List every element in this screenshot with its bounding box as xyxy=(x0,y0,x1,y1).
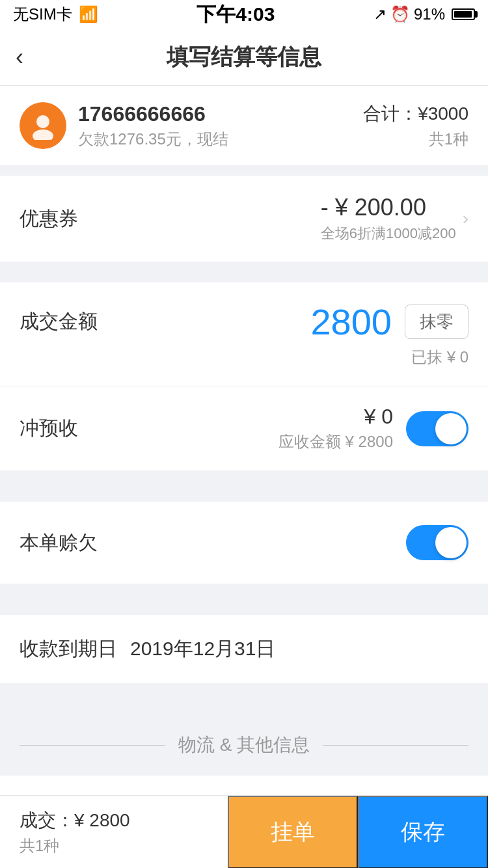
save-button[interactable]: 保存 xyxy=(358,796,488,869)
svg-point-0 xyxy=(36,115,49,128)
section-divider-2 xyxy=(0,481,488,491)
customer-info-card: 17666666666 欠款1276.35元，现结 合计：¥3000 共1种 xyxy=(0,86,488,165)
coupon-row[interactable]: 优惠券 - ¥ 200.00 全场6折满1000减200 › xyxy=(0,176,488,262)
amount-sub: 已抹 ¥ 0 xyxy=(20,347,468,368)
location-icon: ↗ xyxy=(373,5,386,23)
advance-value: ¥ 0 xyxy=(278,405,393,429)
pending-button[interactable]: 挂单 xyxy=(228,796,358,869)
logistics-line-right xyxy=(323,745,468,746)
section-divider-1 xyxy=(0,272,488,282)
status-bar: 无SIM卡 📶 下午4:03 ↗ ⏰ 91% xyxy=(0,0,488,29)
page-title: 填写结算等信息 xyxy=(167,42,321,72)
advance-label: 冲预收 xyxy=(20,415,78,442)
logistics-header: 物流 & 其他信息 xyxy=(0,714,488,776)
bottom-bar: 成交：¥ 2800 共1种 挂单 保存 xyxy=(0,795,488,868)
logistics-text: 物流 & 其他信息 xyxy=(178,733,310,757)
advance-amount: ¥ 0 应收金额 ¥ 2800 xyxy=(278,405,393,452)
nav-bar: ‹ 填写结算等信息 xyxy=(0,29,488,86)
alarm-icon: ⏰ xyxy=(390,5,410,23)
duedate-label: 收款到期日 xyxy=(20,636,117,662)
amount-label: 成交金额 xyxy=(20,308,98,335)
total-count: 共1种 xyxy=(363,129,468,150)
customer-phone: 17666666666 xyxy=(78,102,228,126)
coupon-label: 优惠券 xyxy=(20,206,78,232)
battery-percent: 91% xyxy=(414,5,445,23)
bottom-deal: 成交：¥ 2800 xyxy=(20,808,208,833)
debt-row: 本单赊欠 xyxy=(0,502,488,584)
content: 17666666666 欠款1276.35元，现结 合计：¥3000 共1种 优… xyxy=(0,86,488,868)
avatar-icon xyxy=(29,111,57,140)
coupon-amount: - ¥ 200.00 xyxy=(321,194,456,221)
coupon-info: - ¥ 200.00 全场6折满1000减200 xyxy=(321,194,456,243)
amount-right: 2800 抹零 xyxy=(310,301,468,343)
duedate-value: 2019年12月31日 xyxy=(130,636,275,662)
bottom-deal-label: 成交： xyxy=(20,810,74,830)
avatar xyxy=(20,102,66,149)
back-button[interactable]: ‹ xyxy=(16,44,23,71)
advance-right: ¥ 0 应收金额 ¥ 2800 xyxy=(278,405,468,452)
section-divider-4 xyxy=(0,694,488,704)
bottom-deal-amount: ¥ 2800 xyxy=(74,810,130,830)
advance-row: 冲预收 ¥ 0 应收金额 ¥ 2800 xyxy=(0,387,488,470)
amount-row: 成交金额 2800 抹零 xyxy=(20,301,468,343)
wifi-icon: 📶 xyxy=(79,5,98,23)
round-button[interactable]: 抹零 xyxy=(405,305,468,339)
logistics-line-left xyxy=(20,745,165,746)
debt-label: 本单赊欠 xyxy=(20,530,98,556)
bottom-count: 共1种 xyxy=(20,835,208,856)
advance-toggle[interactable] xyxy=(406,411,468,446)
customer-details: 17666666666 欠款1276.35元，现结 xyxy=(78,102,228,150)
total-amount: 合计：¥3000 xyxy=(363,102,468,126)
battery-icon xyxy=(452,8,475,20)
carrier-text: 无SIM卡 xyxy=(13,4,72,25)
section-divider-3 xyxy=(0,594,488,604)
debt-toggle[interactable] xyxy=(406,525,468,560)
advance-sub: 应收金额 ¥ 2800 xyxy=(278,431,393,452)
svg-point-1 xyxy=(33,129,53,140)
toggle-knob xyxy=(435,413,467,444)
amount-section: 成交金额 2800 抹零 已抹 ¥ 0 xyxy=(0,282,488,386)
chevron-right-icon: › xyxy=(463,208,468,229)
customer-total: 合计：¥3000 共1种 xyxy=(363,102,468,150)
status-right: ↗ ⏰ 91% xyxy=(373,5,475,23)
debt-toggle-knob xyxy=(435,527,467,558)
coupon-desc: 全场6折满1000减200 xyxy=(321,224,456,243)
customer-left: 17666666666 欠款1276.35元，现结 xyxy=(20,102,228,150)
bottom-info: 成交：¥ 2800 共1种 xyxy=(0,808,228,856)
customer-debt: 欠款1276.35元，现结 xyxy=(78,129,228,150)
amount-value: 2800 xyxy=(310,301,392,343)
status-time: 下午4:03 xyxy=(197,1,275,28)
status-left: 无SIM卡 📶 xyxy=(13,4,98,25)
coupon-right: - ¥ 200.00 全场6折满1000减200 › xyxy=(321,194,468,243)
duedate-row: 收款到期日 2019年12月31日 xyxy=(0,615,488,683)
